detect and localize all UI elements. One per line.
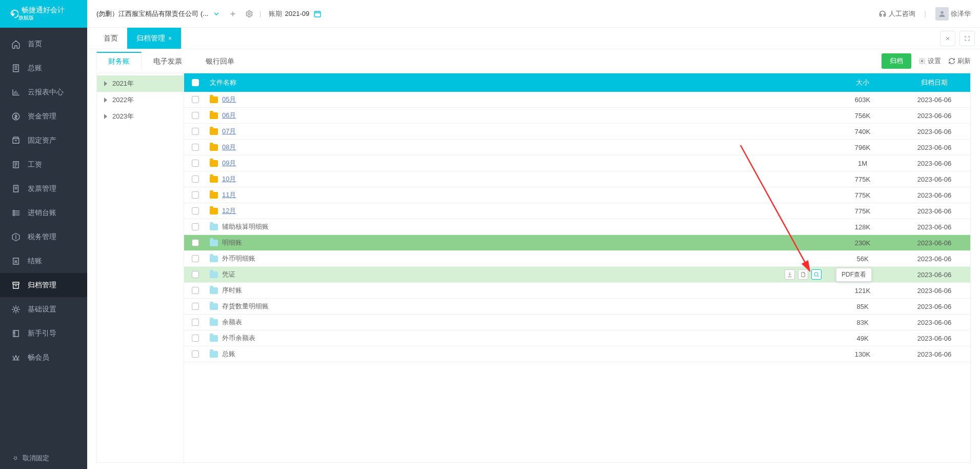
- table-row[interactable]: 余额表83K2023-06-06: [184, 315, 970, 330]
- file-name[interactable]: 06月: [222, 111, 236, 120]
- row-checkbox[interactable]: [192, 175, 199, 183]
- file-name[interactable]: 08月: [222, 143, 236, 152]
- asset-icon: [11, 136, 21, 145]
- select-all-checkbox[interactable]: [192, 79, 199, 86]
- nav-item-home[interactable]: 首页: [0, 32, 87, 56]
- file-size: 796K: [827, 144, 898, 151]
- chart-icon: [11, 88, 21, 97]
- period-value[interactable]: 2021-09: [285, 10, 310, 17]
- nav-item-vip[interactable]: 畅会员: [0, 345, 87, 369]
- refresh-link[interactable]: 刷新: [948, 56, 971, 66]
- close-button[interactable]: [940, 31, 955, 46]
- file-name: 凭证: [222, 270, 235, 279]
- row-checkbox[interactable]: [192, 255, 199, 262]
- nav-item-tax[interactable]: 税务管理: [0, 225, 87, 249]
- table-row[interactable]: 凭证PDF查看33K2023-06-06: [184, 267, 970, 283]
- folder-icon: [210, 176, 218, 183]
- fullscreen-button[interactable]: [959, 31, 975, 46]
- row-checkbox[interactable]: [192, 223, 199, 230]
- table-row[interactable]: 存货数量明细账85K2023-06-06: [184, 299, 970, 315]
- file-size: 121K: [827, 287, 898, 295]
- tab-首页[interactable]: 首页: [94, 28, 127, 49]
- row-checkbox[interactable]: [192, 271, 199, 278]
- nav-item-money[interactable]: 资金管理: [0, 104, 87, 128]
- user-menu[interactable]: 徐泽华: [935, 7, 971, 21]
- table-row[interactable]: 10月775K2023-06-06: [184, 171, 970, 187]
- nav-item-ledger[interactable]: 总账: [0, 56, 87, 80]
- row-checkbox[interactable]: [192, 112, 199, 119]
- table-row[interactable]: 明细账230K2023-06-06: [184, 235, 970, 251]
- pin-toggle[interactable]: 取消固定: [0, 447, 87, 469]
- row-checkbox[interactable]: [192, 287, 199, 294]
- archive-date: 2023-06-06: [898, 175, 970, 183]
- row-checkbox[interactable]: [192, 96, 199, 103]
- file-name[interactable]: 12月: [222, 206, 236, 216]
- nav-item-guide[interactable]: 新手引导: [0, 321, 87, 345]
- gear-icon: [11, 305, 21, 314]
- close-icon[interactable]: ×: [168, 35, 172, 42]
- row-checkbox[interactable]: [192, 350, 199, 358]
- nav-item-invoice[interactable]: 发票管理: [0, 177, 87, 201]
- settings-link[interactable]: 设置: [918, 56, 941, 66]
- tree-item-2022年[interactable]: 2022年: [97, 92, 184, 108]
- file-name[interactable]: 07月: [222, 127, 236, 136]
- table-row[interactable]: 外币明细账56K2023-06-06: [184, 251, 970, 267]
- nav-item-close[interactable]: 结账: [0, 249, 87, 273]
- pdf-icon[interactable]: [798, 269, 808, 280]
- table-row[interactable]: 辅助核算明细账128K2023-06-06: [184, 219, 970, 235]
- subtab-电子发票[interactable]: 电子发票: [142, 51, 194, 71]
- row-checkbox[interactable]: [192, 207, 199, 214]
- nav-item-salary[interactable]: 工资: [0, 152, 87, 177]
- gear-icon[interactable]: [245, 10, 253, 18]
- chevron-down-icon[interactable]: [212, 10, 221, 18]
- tree-item-2023年[interactable]: 2023年: [97, 108, 184, 125]
- nav-item-archive[interactable]: 归档管理: [0, 273, 87, 297]
- folder-icon: [210, 319, 218, 326]
- file-name[interactable]: 11月: [222, 190, 236, 200]
- nav-item-inout[interactable]: 进销台账: [0, 201, 87, 225]
- nav-item-chart[interactable]: 云报表中心: [0, 80, 87, 104]
- table-row[interactable]: 08月796K2023-06-06: [184, 140, 970, 155]
- nav-item-asset[interactable]: 固定资产: [0, 128, 87, 152]
- row-checkbox[interactable]: [192, 303, 199, 310]
- table-row[interactable]: 11月775K2023-06-06: [184, 187, 970, 203]
- table-row[interactable]: 07月740K2023-06-06: [184, 124, 970, 140]
- archive-date: 2023-06-06: [898, 319, 970, 326]
- subtab-财务账[interactable]: 财务账: [96, 52, 142, 71]
- row-checkbox[interactable]: [192, 239, 199, 246]
- folder-icon: [210, 160, 218, 167]
- archive-button[interactable]: 归档: [882, 53, 911, 69]
- logo[interactable]: 畅捷通好会计 旗舰版: [0, 0, 87, 28]
- consult-link[interactable]: 人工咨询: [878, 9, 915, 18]
- row-checkbox[interactable]: [192, 160, 199, 167]
- file-size: 49K: [827, 335, 898, 342]
- row-checkbox[interactable]: [192, 191, 199, 199]
- row-checkbox[interactable]: [192, 128, 199, 135]
- row-checkbox[interactable]: [192, 144, 199, 151]
- subtab-银行回单[interactable]: 银行回单: [194, 51, 246, 71]
- svg-point-2: [941, 11, 943, 13]
- file-name[interactable]: 05月: [222, 95, 236, 104]
- tree-item-2021年[interactable]: 2021年: [97, 75, 184, 92]
- sub-tabs: 财务账电子发票银行回单 归档 设置 刷新: [96, 49, 971, 73]
- table-row[interactable]: 06月756K2023-06-06: [184, 108, 970, 124]
- table-row[interactable]: 05月603K2023-06-06: [184, 92, 970, 108]
- table-row[interactable]: 09月1M2023-06-06: [184, 155, 970, 171]
- table-row[interactable]: 外币余额表49K2023-06-06: [184, 330, 970, 346]
- file-name[interactable]: 09月: [222, 159, 236, 168]
- col-date: 归档日期: [898, 78, 970, 87]
- file-name[interactable]: 10月: [222, 174, 236, 184]
- table-row[interactable]: 总账130K2023-06-06: [184, 346, 970, 362]
- row-checkbox[interactable]: [192, 335, 199, 342]
- preview-icon[interactable]: [811, 269, 822, 280]
- nav-item-gear[interactable]: 基础设置: [0, 297, 87, 321]
- calendar-icon[interactable]: [313, 10, 322, 18]
- folder-icon: [210, 335, 218, 342]
- tab-归档管理[interactable]: 归档管理×: [127, 28, 181, 49]
- plus-icon[interactable]: [229, 10, 237, 18]
- table-row[interactable]: 12月775K2023-06-06: [184, 203, 970, 219]
- company-selector[interactable]: (勿删）江西服宝精品有限责任公司 (...: [96, 9, 208, 18]
- row-checkbox[interactable]: [192, 319, 199, 326]
- download-icon[interactable]: [785, 269, 795, 280]
- table-row[interactable]: 序时账121K2023-06-06: [184, 283, 970, 299]
